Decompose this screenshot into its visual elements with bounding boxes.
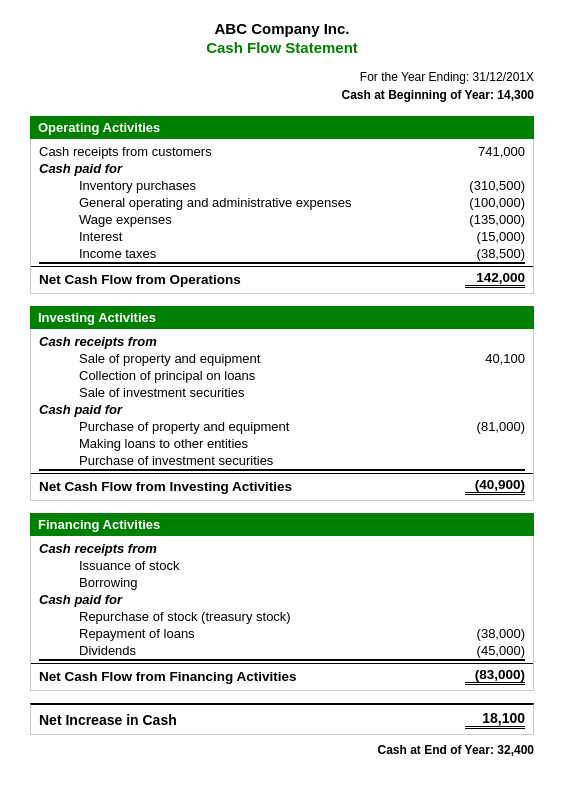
investing-header: Investing Activities (30, 306, 534, 329)
row-label: Purchase of property and equipment (39, 419, 455, 434)
row-amount: (45,000) (455, 643, 525, 658)
net-increase-row: Net Increase in Cash 18,100 (31, 705, 533, 734)
row-label: Cash paid for (39, 592, 455, 607)
net-increase-section: Net Increase in Cash 18,100 (30, 703, 534, 735)
operating-net-row: Net Cash Flow from Operations 142,000 (31, 266, 533, 289)
row-label: Income taxes (39, 246, 455, 261)
cash-beginning: Cash at Beginning of Year: 14,300 (30, 86, 534, 104)
list-item: Cash paid for (31, 160, 533, 177)
row-amount: (38,000) (455, 626, 525, 641)
net-increase-label: Net Increase in Cash (39, 712, 177, 728)
list-item: General operating and administrative exp… (31, 194, 533, 211)
list-item: Income taxes(38,500) (31, 245, 533, 262)
row-amount: (100,000) (455, 195, 525, 210)
row-label: Collection of principal on loans (39, 368, 455, 383)
financing-net-label: Net Cash Flow from Financing Activities (39, 669, 465, 684)
row-label: Inventory purchases (39, 178, 455, 193)
row-amount: (38,500) (455, 246, 525, 261)
row-label: Repayment of loans (39, 626, 455, 641)
list-item: Cash paid for (31, 401, 533, 418)
row-label: Cash receipts from (39, 541, 455, 556)
row-label: Wage expenses (39, 212, 455, 227)
investing-body: Cash receipts fromSale of property and e… (30, 329, 534, 501)
row-label: Sale of property and equipment (39, 351, 455, 366)
row-amount: (81,000) (455, 419, 525, 434)
row-label: Interest (39, 229, 455, 244)
cash-end-info: Cash at End of Year: 32,400 (30, 743, 534, 757)
row-label: Cash paid for (39, 161, 455, 176)
row-label: Borrowing (39, 575, 455, 590)
company-name: ABC Company Inc. (30, 20, 534, 37)
row-label: Purchase of investment securities (39, 453, 455, 468)
list-item: Purchase of investment securities (31, 452, 533, 469)
list-item: Wage expenses(135,000) (31, 211, 533, 228)
row-amount: (310,500) (455, 178, 525, 193)
operating-header: Operating Activities (30, 116, 534, 139)
list-item: Dividends(45,000) (31, 642, 533, 659)
row-amount: 741,000 (455, 144, 525, 159)
list-item: Cash receipts from customers741,000 (31, 143, 533, 160)
year-info: For the Year Ending: 31/12/201X Cash at … (30, 68, 534, 104)
row-amount: 40,100 (455, 351, 525, 366)
list-item: Inventory purchases(310,500) (31, 177, 533, 194)
financing-body: Cash receipts fromIssuance of stockBorro… (30, 536, 534, 691)
financing-net-amount: (83,000) (465, 667, 525, 685)
list-item: Sale of property and equipment40,100 (31, 350, 533, 367)
list-item: Repayment of loans(38,000) (31, 625, 533, 642)
investing-net-amount: (40,900) (465, 477, 525, 495)
operating-section: Operating Activities Cash receipts from … (30, 116, 534, 294)
list-item: Issuance of stock (31, 557, 533, 574)
list-item: Collection of principal on loans (31, 367, 533, 384)
list-item: Cash paid for (31, 591, 533, 608)
row-label: Making loans to other entities (39, 436, 455, 451)
row-label: Sale of investment securities (39, 385, 455, 400)
list-item: Interest(15,000) (31, 228, 533, 245)
operating-body: Cash receipts from customers741,000Cash … (30, 139, 534, 294)
financing-net-row: Net Cash Flow from Financing Activities … (31, 663, 533, 686)
list-item: Purchase of property and equipment(81,00… (31, 418, 533, 435)
row-label: Repurchase of stock (treasury stock) (39, 609, 455, 624)
investing-section: Investing Activities Cash receipts fromS… (30, 306, 534, 501)
list-item: Sale of investment securities (31, 384, 533, 401)
row-label: Cash receipts from customers (39, 144, 455, 159)
list-item: Cash receipts from (31, 540, 533, 557)
net-increase-amount: 18,100 (465, 710, 525, 729)
row-label: Cash paid for (39, 402, 455, 417)
row-label: Cash receipts from (39, 334, 455, 349)
operating-net-amount: 142,000 (465, 270, 525, 288)
list-item: Borrowing (31, 574, 533, 591)
row-amount: (135,000) (455, 212, 525, 227)
financing-header: Financing Activities (30, 513, 534, 536)
list-item: Cash receipts from (31, 333, 533, 350)
year-ending: For the Year Ending: 31/12/201X (30, 68, 534, 86)
list-item: Making loans to other entities (31, 435, 533, 452)
financing-section: Financing Activities Cash receipts fromI… (30, 513, 534, 691)
row-label: General operating and administrative exp… (39, 195, 455, 210)
investing-net-row: Net Cash Flow from Investing Activities … (31, 473, 533, 496)
row-label: Issuance of stock (39, 558, 455, 573)
operating-net-label: Net Cash Flow from Operations (39, 272, 465, 287)
statement-title: Cash Flow Statement (30, 39, 534, 56)
row-amount: (15,000) (455, 229, 525, 244)
list-item: Repurchase of stock (treasury stock) (31, 608, 533, 625)
row-label: Dividends (39, 643, 455, 658)
investing-net-label: Net Cash Flow from Investing Activities (39, 479, 465, 494)
